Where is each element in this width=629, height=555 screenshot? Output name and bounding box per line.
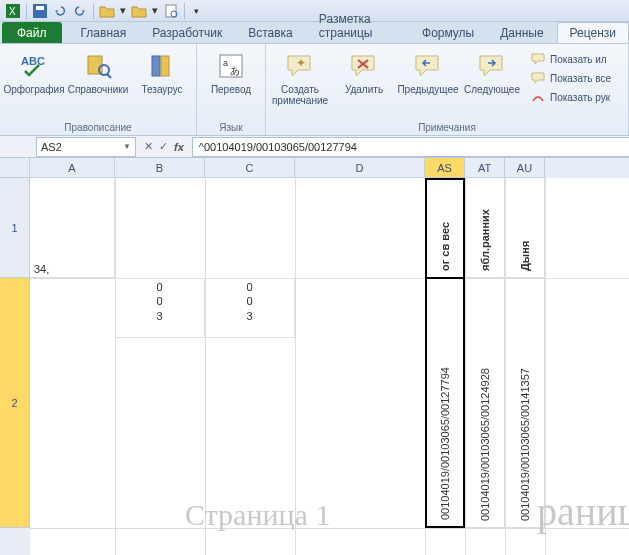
svg-text:あ: あ [230, 65, 240, 76]
folder-open-icon[interactable] [130, 2, 148, 20]
svg-text:X: X [9, 6, 16, 17]
prev-comment-label: Предыдущее [397, 84, 458, 95]
svg-rect-11 [161, 56, 169, 76]
folder-new-icon[interactable] [98, 2, 116, 20]
spelling-button[interactable]: ABC Орфография [4, 46, 64, 99]
svg-line-9 [107, 74, 111, 78]
cell-AU1-text: Дыня [509, 180, 540, 275]
tab-developer[interactable]: Разработчик [139, 22, 235, 43]
svg-text:a: a [223, 58, 228, 68]
translate-icon: aあ [215, 50, 247, 82]
name-box[interactable]: AS2 ▼ [36, 137, 136, 157]
col-header-AU[interactable]: AU [505, 158, 545, 178]
column-headers: A B C D AS AT AU [30, 158, 629, 178]
cell-AS2-text: 00104019/00103065/00127794 [431, 281, 459, 524]
show-ink-button[interactable]: Показать рук [526, 88, 615, 106]
col-header-D[interactable]: D [295, 158, 425, 178]
cell-AT2-text: 00104019/00103065/00124928 [469, 280, 500, 525]
ink-icon [530, 89, 546, 105]
row-header-2[interactable]: 2 [0, 278, 30, 528]
show-all-label: Показать все [550, 73, 611, 84]
cells-area[interactable]: 34, ог св вес ябл.ранних Дыня 0 0 3 0 0 … [30, 178, 629, 555]
cell-AT1-text: ябл.ранних [469, 180, 500, 275]
tab-home[interactable]: Главная [68, 22, 140, 43]
tab-insert[interactable]: Вставка [235, 22, 306, 43]
comment-icon [530, 70, 546, 86]
col-header-A[interactable]: A [30, 158, 115, 178]
cell-AT2[interactable]: 00104019/00103065/00124928 [465, 278, 505, 528]
cell-B2[interactable]: 0 0 3 [115, 278, 205, 338]
translate-label: Перевод [211, 84, 251, 95]
book-icon [146, 50, 178, 82]
tab-formulas[interactable]: Формулы [409, 22, 487, 43]
cancel-icon[interactable]: ✕ [144, 140, 153, 153]
undo-icon[interactable] [51, 2, 69, 20]
tab-data[interactable]: Данные [487, 22, 556, 43]
spelling-label: Орфография [3, 84, 64, 95]
formula-bar: AS2 ▼ ✕ ✓ fx ^00104019/00103065/00127794 [0, 136, 629, 158]
formula-value: ^00104019/00103065/00127794 [199, 141, 357, 153]
comment-new-icon: ✦ [284, 50, 316, 82]
show-ink-label: Показать рук [550, 92, 610, 103]
cell-AT1[interactable]: ябл.ранних [465, 178, 505, 278]
ribbon-tabs: Файл Главная Разработчик Вставка Разметк… [0, 22, 629, 44]
redo-icon[interactable] [71, 2, 89, 20]
chevron-down-icon[interactable]: ▾ [118, 2, 128, 20]
fx-button[interactable]: fx [174, 141, 184, 153]
comment-next-icon [476, 50, 508, 82]
delete-comment-label: Удалить [345, 84, 383, 95]
tab-file[interactable]: Файл [2, 22, 62, 43]
delete-comment-button[interactable]: Удалить [334, 46, 394, 99]
group-label-language: Язык [201, 122, 261, 135]
row-headers: 1 2 [0, 178, 30, 555]
thesaurus-label: Тезаурус [141, 84, 182, 95]
col-header-B[interactable]: B [115, 158, 205, 178]
formula-input[interactable]: ^00104019/00103065/00127794 [192, 137, 629, 157]
qat-customize-icon[interactable]: ▾ [189, 2, 203, 20]
thesaurus-button[interactable]: Тезаурус [132, 46, 192, 99]
tab-review[interactable]: Рецензи [557, 22, 629, 43]
select-all-corner[interactable] [0, 158, 30, 178]
comment-del-icon [348, 50, 380, 82]
print-preview-icon[interactable] [162, 2, 180, 20]
cell-AU1[interactable]: Дыня [505, 178, 545, 278]
cell-AU2-text: 00104019/00103065/00141357 [509, 280, 540, 525]
new-comment-button[interactable]: ✦ Создать примечание [270, 46, 330, 110]
row-header-1[interactable]: 1 [0, 178, 30, 278]
comment-icon [530, 51, 546, 67]
svg-text:✦: ✦ [296, 56, 306, 70]
cell-A1[interactable]: 34, [30, 178, 115, 278]
tab-page-layout[interactable]: Разметка страницы [306, 8, 409, 43]
worksheet[interactable]: A B C D AS AT AU 1 2 34, ог св вес ябл.р… [0, 158, 629, 555]
col-header-AS[interactable]: AS [425, 158, 465, 178]
cell-C2[interactable]: 0 0 3 [205, 278, 295, 338]
ribbon-group-spelling: ABC Орфография Справочники Тезаурус Прав… [0, 44, 197, 135]
prev-comment-button[interactable]: Предыдущее [398, 46, 458, 99]
chevron-down-icon[interactable]: ▾ [150, 2, 160, 20]
next-comment-label: Следующее [464, 84, 520, 95]
ribbon-group-comments: ✦ Создать примечание Удалить Предыдущее … [266, 44, 629, 135]
chevron-down-icon[interactable]: ▼ [123, 142, 131, 151]
ribbon-group-language: aあ Перевод Язык [197, 44, 266, 135]
show-all-comments-button[interactable]: Показать все [526, 69, 615, 87]
group-label-comments: Примечания [270, 122, 624, 135]
next-comment-button[interactable]: Следующее [462, 46, 522, 99]
cell-AS2[interactable]: 00104019/00103065/00127794 [425, 278, 465, 528]
show-hide-comment-button[interactable]: Показать ил [526, 50, 615, 68]
translate-button[interactable]: aあ Перевод [201, 46, 261, 99]
col-header-AT[interactable]: AT [465, 158, 505, 178]
ribbon: ABC Орфография Справочники Тезаурус Прав… [0, 44, 629, 136]
new-comment-label: Создать примечание [272, 84, 328, 106]
col-header-C[interactable]: C [205, 158, 295, 178]
excel-icon[interactable]: X [4, 2, 22, 20]
save-icon[interactable] [31, 2, 49, 20]
cell-AS1[interactable]: ог св вес [425, 178, 465, 278]
research-button[interactable]: Справочники [68, 46, 128, 99]
cell-AU2[interactable]: 00104019/00103065/00141357 [505, 278, 545, 528]
svg-rect-3 [36, 6, 44, 10]
enter-icon[interactable]: ✓ [159, 140, 168, 153]
svg-text:ABC: ABC [21, 55, 45, 67]
cell-AS1-text: ог св вес [431, 182, 459, 275]
name-box-value: AS2 [41, 141, 62, 153]
book-search-icon [82, 50, 114, 82]
